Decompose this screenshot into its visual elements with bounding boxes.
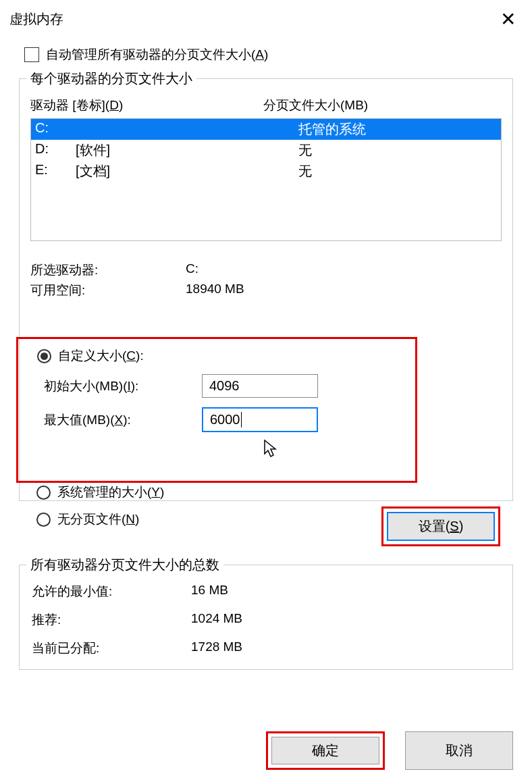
min-value: 16 MB xyxy=(191,583,228,600)
auto-manage-label: 自动管理所有驱动器的分页文件大小(A) xyxy=(46,46,268,63)
close-icon[interactable]: ✕ xyxy=(494,8,523,30)
totals-title: 所有驱动器分页文件大小的总数 xyxy=(26,556,223,574)
radio-system-managed[interactable]: 系统管理的大小(Y) xyxy=(36,484,164,501)
highlight-ok-button: 确定 xyxy=(266,731,385,770)
auto-manage-checkbox-row[interactable]: 自动管理所有驱动器的分页文件大小(A) xyxy=(24,46,513,63)
highlight-custom-size: 自定义大小(C): 初始大小(MB)(I): 最大值(MB)(X): 6000 xyxy=(16,337,417,483)
col-header-drive: 驱动器 [卷标](D) xyxy=(30,97,263,114)
drive-list[interactable]: C: 托管的系统 D: [软件] 无 E: [文档] 无 xyxy=(30,118,502,241)
rec-value: 1024 MB xyxy=(191,611,242,629)
radio-system-icon[interactable] xyxy=(36,486,51,500)
cancel-button[interactable]: 取消 xyxy=(405,731,513,770)
radio-none-icon[interactable] xyxy=(36,513,51,527)
col-header-size: 分页文件大小(MB) xyxy=(263,97,502,114)
max-size-input[interactable]: 6000 xyxy=(202,407,318,432)
free-space-value: 18940 MB xyxy=(186,282,502,299)
initial-size-input[interactable] xyxy=(202,374,318,398)
min-label: 允许的最小值: xyxy=(32,583,191,600)
dialog-title: 虚拟内存 xyxy=(9,10,63,28)
set-button[interactable]: 设置(S) xyxy=(387,512,495,541)
highlight-set-button: 设置(S) xyxy=(381,506,500,546)
drive-row-e[interactable]: E: [文档] 无 xyxy=(31,161,501,182)
drives-group-title: 每个驱动器的分页文件大小 xyxy=(26,70,196,88)
drive-row-d[interactable]: D: [软件] 无 xyxy=(31,140,501,161)
auto-manage-checkbox[interactable] xyxy=(24,47,39,62)
radio-custom-size[interactable]: 自定义大小(C): xyxy=(37,347,408,365)
cur-value: 1728 MB xyxy=(191,640,242,657)
selected-drive-value: C: xyxy=(186,261,502,279)
selected-drive-label: 所选驱动器: xyxy=(30,261,186,279)
radio-custom-icon[interactable] xyxy=(37,349,51,363)
radio-no-paging[interactable]: 无分页文件(N) xyxy=(36,511,164,528)
rec-label: 推荐: xyxy=(32,611,191,629)
free-space-label: 可用空间: xyxy=(30,282,186,299)
initial-size-label: 初始大小(MB)(I): xyxy=(44,377,202,395)
totals-groupbox: 所有驱动器分页文件大小的总数 允许的最小值: 16 MB 推荐: 1024 MB… xyxy=(19,565,513,670)
max-size-label: 最大值(MB)(X): xyxy=(44,411,202,429)
cur-label: 当前已分配: xyxy=(32,640,191,657)
drive-row-c[interactable]: C: 托管的系统 xyxy=(31,119,501,140)
ok-button[interactable]: 确定 xyxy=(271,737,379,764)
